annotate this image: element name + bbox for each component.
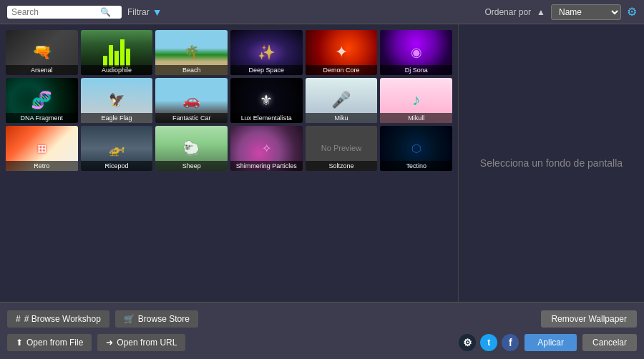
wallpaper-grid-area: 🔫 Arsenal Audiophile bbox=[0, 24, 458, 302]
wallpaper-item[interactable]: ♪ Mikull bbox=[380, 78, 452, 123]
wallpaper-label: Beach bbox=[155, 65, 228, 75]
steam-icon[interactable]: ⚙ bbox=[459, 334, 476, 351]
bottom-bar: # # Browse Workshop 🛒 Browse Store Remov… bbox=[0, 302, 644, 359]
apply-cancel-actions: Aplicar Cancelar bbox=[525, 334, 637, 351]
wallpaper-item[interactable]: Audiophile bbox=[81, 30, 153, 75]
preview-empty-text: Selecciona un fondo de pantalla bbox=[480, 157, 623, 169]
eagle-visual: 🦅 bbox=[109, 92, 125, 108]
wallpaper-item[interactable]: 🔫 Arsenal bbox=[6, 30, 78, 75]
gear-button[interactable]: ⚙ bbox=[627, 5, 637, 19]
main-area: 🔫 Arsenal Audiophile bbox=[0, 24, 644, 302]
browse-store-button[interactable]: 🛒 Browse Store bbox=[115, 310, 198, 328]
audio-bars bbox=[103, 38, 130, 67]
sort-label: Ordenar por bbox=[484, 7, 531, 17]
wallpaper-item[interactable]: 🐑 Sheep bbox=[155, 126, 228, 171]
wallpaper-item[interactable]: 🧬 DNA Fragment bbox=[6, 78, 78, 123]
browse-workshop-button[interactable]: # # Browse Workshop bbox=[7, 310, 109, 328]
wallpaper-item[interactable]: 🚗 Fantastic Car bbox=[155, 78, 228, 123]
wallpaper-label: Demon Core bbox=[306, 65, 378, 75]
wallpaper-item[interactable]: ▦ Retro bbox=[6, 126, 78, 171]
wallpaper-label: Audiophile bbox=[81, 65, 153, 75]
wallpaper-label: Eagle Flag bbox=[81, 113, 153, 123]
right-actions: Remover Wallpaper bbox=[541, 310, 637, 328]
wallpaper-label: Arsenal bbox=[6, 65, 78, 75]
social-icons: ⚙ t f bbox=[459, 334, 519, 351]
wallpaper-item[interactable]: 🎤 Miku bbox=[306, 78, 378, 123]
remove-wallpaper-button[interactable]: Remover Wallpaper bbox=[541, 310, 637, 328]
search-icon: 🔍 bbox=[100, 7, 111, 17]
filter-button[interactable]: Filtrar ▼ bbox=[127, 6, 162, 18]
wallpaper-label: Retro bbox=[6, 161, 78, 171]
wallpaper-label: Deep Space bbox=[230, 65, 303, 75]
gear-icon: ⚙ bbox=[627, 6, 637, 18]
arrow-icon: ➜ bbox=[106, 338, 113, 348]
apply-button[interactable]: Aplicar bbox=[525, 334, 577, 351]
open-url-label: Open from URL bbox=[117, 338, 177, 348]
wallpaper-grid: 🔫 Arsenal Audiophile bbox=[6, 30, 452, 171]
upload-icon: ⬆ bbox=[16, 338, 23, 348]
wallpaper-label: Fantastic Car bbox=[155, 113, 228, 123]
wallpaper-item[interactable]: ✨ Deep Space bbox=[230, 30, 303, 75]
wallpaper-item[interactable]: ⬡ Tectino bbox=[380, 126, 452, 171]
store-icon: 🛒 bbox=[124, 314, 135, 324]
wallpaper-label: Dj Sona bbox=[380, 65, 452, 75]
wallpaper-item[interactable]: No Preview Soltzone bbox=[306, 126, 378, 171]
search-box[interactable]: 🔍 bbox=[7, 6, 122, 19]
wallpaper-item[interactable]: 🦅 Eagle Flag bbox=[81, 78, 153, 123]
wallpaper-item[interactable]: ✧ Shimmering Particles bbox=[230, 126, 303, 171]
filter-icon: ▼ bbox=[152, 6, 162, 18]
wallpaper-label: Soltzone bbox=[306, 161, 378, 171]
wallpaper-label: Miku bbox=[306, 113, 378, 123]
workshop-icon: # bbox=[16, 314, 21, 324]
open-file-label: Open from File bbox=[26, 338, 83, 348]
bottom-row-2: ⬆ Open from File ➜ Open from URL ⚙ t f A… bbox=[7, 334, 637, 351]
wallpaper-label: Tectino bbox=[380, 161, 452, 171]
browse-store-label: Browse Store bbox=[138, 314, 190, 324]
wallpaper-label: Sheep bbox=[155, 161, 228, 171]
wallpaper-label: Shimmering Particles bbox=[230, 161, 303, 171]
facebook-icon[interactable]: f bbox=[502, 334, 519, 351]
wallpaper-item[interactable]: ◉ Dj Sona bbox=[380, 30, 452, 75]
sort-arrow: ▲ bbox=[537, 7, 545, 17]
cancel-button[interactable]: Cancelar bbox=[582, 334, 637, 351]
preview-panel: Selecciona un fondo de pantalla bbox=[458, 24, 644, 302]
no-preview-label: No Preview bbox=[321, 144, 361, 152]
bottom-row-1: # # Browse Workshop 🛒 Browse Store Remov… bbox=[7, 310, 637, 328]
wallpaper-item[interactable]: ✦ Demon Core bbox=[306, 30, 378, 75]
dna-icon: 🧬 bbox=[31, 90, 52, 110]
open-url-button[interactable]: ➜ Open from URL bbox=[97, 334, 185, 351]
filter-label: Filtrar bbox=[127, 7, 150, 17]
lux-icon: ⚜ bbox=[260, 92, 273, 109]
twitter-icon[interactable]: t bbox=[480, 334, 497, 351]
wallpaper-item[interactable]: 🚁 Ricepod bbox=[81, 126, 153, 171]
wallpaper-item[interactable]: ⚜ Lux Elementalista bbox=[230, 78, 303, 123]
wallpaper-label: Lux Elementalista bbox=[230, 113, 303, 123]
browse-workshop-label: # Browse Workshop bbox=[24, 314, 101, 324]
open-file-button[interactable]: ⬆ Open from File bbox=[7, 334, 92, 351]
wallpaper-label: Mikull bbox=[380, 113, 452, 123]
wallpaper-item[interactable]: 🌴 Beach bbox=[155, 30, 228, 75]
wallpaper-label: Ricepod bbox=[81, 161, 153, 171]
wallpaper-label: DNA Fragment bbox=[6, 113, 78, 123]
search-input[interactable] bbox=[11, 7, 97, 17]
toolbar: 🔍 Filtrar ▼ Ordenar por ▲ Name Date Adde… bbox=[0, 0, 644, 24]
sort-select[interactable]: Name Date Added Rating bbox=[551, 4, 621, 20]
